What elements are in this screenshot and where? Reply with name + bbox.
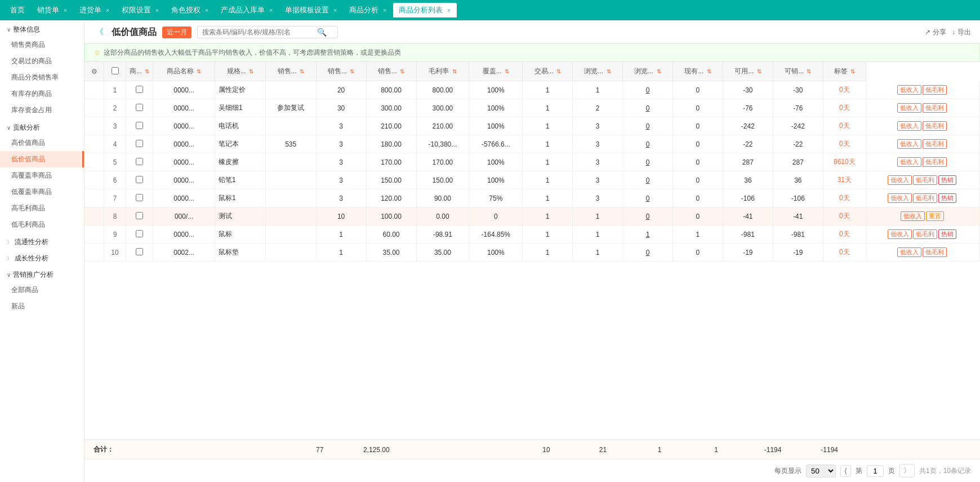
sidebar-section-title-marketing[interactable]: ∨ 营销推广分析 bbox=[0, 266, 84, 282]
sidebar-item-traded-products[interactable]: 交易过的商品 bbox=[0, 53, 84, 69]
row-checkbox[interactable] bbox=[136, 104, 143, 111]
sidebar-item-high-coverage[interactable]: 高覆盖率商品 bbox=[0, 167, 84, 184]
cell-checkbox[interactable] bbox=[126, 81, 153, 99]
views-link[interactable]: 1 bbox=[646, 231, 650, 238]
row-checkbox[interactable] bbox=[136, 194, 143, 201]
first-page-button[interactable]: ⟨ bbox=[840, 465, 851, 477]
cell-views1[interactable]: 0 bbox=[623, 117, 673, 135]
views-link[interactable]: 0 bbox=[646, 176, 650, 184]
close-icon[interactable]: × bbox=[64, 7, 67, 14]
views-link[interactable]: 0 bbox=[646, 158, 650, 166]
cell-checkbox[interactable] bbox=[126, 171, 153, 189]
sidebar-item-inventory-funds[interactable]: 库存资金占用 bbox=[0, 102, 84, 118]
page-number-input[interactable] bbox=[867, 465, 884, 477]
row-checkbox[interactable] bbox=[136, 140, 143, 147]
cell-checkbox[interactable] bbox=[126, 225, 153, 244]
cell-checkbox[interactable] bbox=[126, 189, 153, 207]
sidebar-item-category-sales-rate[interactable]: 商品分类销售率 bbox=[0, 69, 84, 86]
views-link[interactable]: 0 bbox=[646, 140, 650, 148]
cell-views1[interactable]: 0 bbox=[623, 171, 673, 189]
cell-views1[interactable]: 0 bbox=[623, 153, 673, 171]
close-icon[interactable]: × bbox=[333, 7, 337, 14]
nav-purchase-order[interactable]: 进货单 × bbox=[74, 3, 115, 17]
cell-checkbox[interactable] bbox=[126, 244, 153, 262]
sidebar-item-stocked-products[interactable]: 有库存的商品 bbox=[0, 86, 84, 102]
column-transactions[interactable]: 交易... ⇅ bbox=[523, 62, 573, 81]
cell-checkbox[interactable] bbox=[126, 99, 153, 117]
column-saleable-days[interactable]: 可销... ⇅ bbox=[773, 62, 823, 81]
column-sales-avg[interactable]: 销售... ⇅ bbox=[366, 62, 416, 81]
row-checkbox[interactable] bbox=[136, 248, 143, 255]
cell-views1[interactable]: 0 bbox=[623, 244, 673, 262]
row-checkbox[interactable] bbox=[136, 176, 143, 183]
column-code[interactable]: 商... ⇅ bbox=[126, 62, 153, 81]
cell-views1[interactable]: 0 bbox=[623, 135, 673, 153]
sidebar-section-title-growth[interactable]: 〉 成长性分析 bbox=[0, 249, 84, 266]
sidebar-section-title-circulation[interactable]: 〉 流通性分析 bbox=[0, 233, 84, 249]
close-icon[interactable]: × bbox=[383, 7, 386, 14]
next-page-button[interactable]: 〉 bbox=[899, 464, 915, 477]
nav-finished-goods[interactable]: 产成品入库单 × bbox=[215, 3, 278, 17]
column-margin[interactable]: 毛利率 ⇅ bbox=[416, 62, 469, 81]
sidebar-section-title-contribution[interactable]: ∨ 贡献分析 bbox=[0, 118, 84, 135]
cell-checkbox[interactable] bbox=[126, 207, 153, 225]
views-link[interactable]: 0 bbox=[646, 122, 650, 130]
sidebar-item-low-margin[interactable]: 低毛利商品 bbox=[0, 216, 84, 233]
column-available-stock[interactable]: 可用... ⇅ bbox=[723, 62, 773, 81]
row-checkbox[interactable] bbox=[136, 212, 143, 219]
column-spec[interactable]: 规格... ⇅ bbox=[215, 62, 265, 81]
nav-product-analysis-list[interactable]: 商品分析列表 × bbox=[393, 3, 456, 17]
cell-views1[interactable]: 1 bbox=[623, 225, 673, 244]
column-settings-icon[interactable]: ⚙ bbox=[84, 62, 104, 81]
close-icon[interactable]: × bbox=[106, 7, 109, 14]
nav-product-analysis[interactable]: 商品分析 × bbox=[344, 3, 392, 17]
column-coverage[interactable]: 覆盖... ⇅ bbox=[469, 62, 523, 81]
sidebar-item-high-value[interactable]: 高价值商品 bbox=[0, 135, 84, 151]
views-link[interactable]: 0 bbox=[646, 194, 650, 202]
sidebar-item-high-margin[interactable]: 高毛利商品 bbox=[0, 200, 84, 216]
cell-checkbox[interactable] bbox=[126, 117, 153, 135]
cell-checkbox[interactable] bbox=[126, 153, 153, 171]
column-views1[interactable]: 浏览... ⇅ bbox=[573, 62, 623, 81]
search-icon[interactable]: 🔍 bbox=[317, 28, 327, 37]
share-button[interactable]: ↗ 分享 bbox=[925, 28, 946, 37]
column-sales-qty[interactable]: 销售... ⇅ bbox=[265, 62, 316, 81]
column-current-stock[interactable]: 现有... ⇅ bbox=[673, 62, 723, 81]
close-icon[interactable]: × bbox=[205, 7, 208, 14]
sidebar-item-new-products[interactable]: 新品 bbox=[0, 298, 84, 315]
close-icon[interactable]: × bbox=[447, 7, 451, 14]
row-checkbox[interactable] bbox=[136, 122, 143, 129]
row-checkbox[interactable] bbox=[136, 158, 143, 165]
nav-sales-order[interactable]: 销货单 × bbox=[32, 3, 73, 17]
export-button[interactable]: ↓ 导出 bbox=[952, 28, 971, 37]
collapse-sidebar-button[interactable]: 《 bbox=[93, 27, 106, 37]
sidebar-item-low-value[interactable]: 低价值商品 bbox=[0, 151, 84, 167]
select-all-checkbox[interactable] bbox=[112, 67, 119, 74]
cell-checkbox[interactable] bbox=[126, 135, 153, 153]
time-filter-button[interactable]: 近一月 bbox=[162, 26, 191, 38]
cell-views1[interactable]: 0 bbox=[623, 99, 673, 117]
nav-permissions[interactable]: 权限设置 × bbox=[116, 3, 164, 17]
nav-roles[interactable]: 角色授权 × bbox=[166, 3, 214, 17]
views-link[interactable]: 0 bbox=[646, 86, 650, 94]
views-link[interactable]: 0 bbox=[646, 213, 650, 220]
cell-views1[interactable]: 0 bbox=[623, 207, 673, 225]
column-checkbox[interactable] bbox=[104, 62, 126, 81]
column-name[interactable]: 商品名称 ⇅ bbox=[153, 62, 215, 81]
search-input[interactable] bbox=[202, 28, 315, 36]
close-icon[interactable]: × bbox=[269, 7, 273, 14]
nav-home[interactable]: 首页 bbox=[5, 3, 30, 17]
sidebar-item-low-coverage[interactable]: 低覆盖率商品 bbox=[0, 184, 84, 200]
views-link[interactable]: 0 bbox=[646, 104, 650, 112]
column-views2[interactable]: 浏览... ⇅ bbox=[623, 62, 673, 81]
sidebar-section-title-overview[interactable]: ∨ 整体信息 bbox=[0, 20, 84, 37]
row-checkbox[interactable] bbox=[136, 230, 143, 237]
sidebar-item-sales-products[interactable]: 销售类商品 bbox=[0, 37, 84, 53]
page-size-select[interactable]: 50 100 bbox=[806, 465, 836, 477]
column-sales-amount[interactable]: 销售... ⇅ bbox=[316, 62, 366, 81]
sidebar-item-all-products[interactable]: 全部商品 bbox=[0, 282, 84, 298]
row-checkbox[interactable] bbox=[136, 86, 143, 93]
views-link[interactable]: 0 bbox=[646, 249, 650, 257]
cell-views1[interactable]: 0 bbox=[623, 189, 673, 207]
close-icon[interactable]: × bbox=[155, 7, 159, 14]
